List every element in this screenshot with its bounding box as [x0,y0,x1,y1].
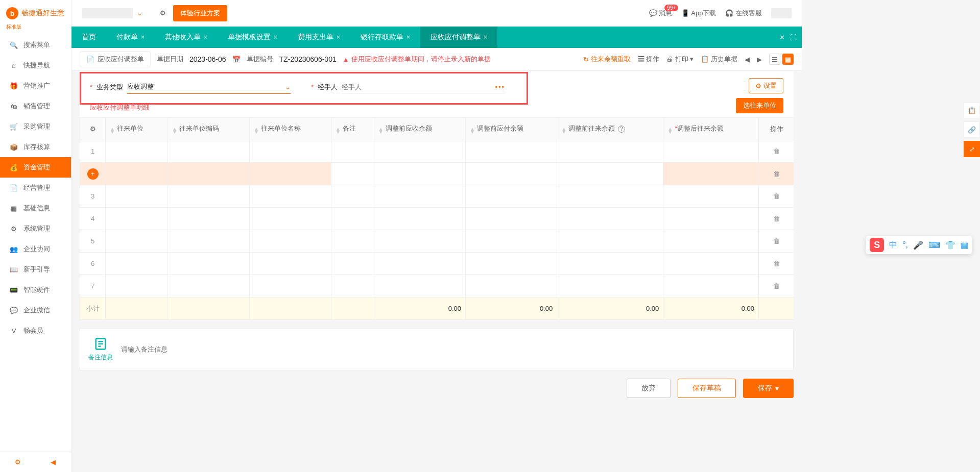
help-icon[interactable]: ? [618,126,625,133]
cell[interactable] [374,253,465,275]
sidebar-item-device[interactable]: 📟智能硬件 [0,280,71,300]
cell[interactable] [465,208,557,230]
table-row[interactable]: +🗑 [80,163,794,185]
cell[interactable] [663,163,759,185]
tab-其他收入单[interactable]: 其他收入单× [155,27,218,48]
cell[interactable] [168,163,249,185]
cell[interactable] [249,208,331,230]
cell[interactable] [663,140,759,163]
cell[interactable] [465,140,557,163]
sidebar-item-bag[interactable]: 🛍销售管理 [0,96,71,116]
add-row-button[interactable]: + [87,168,99,180]
cell[interactable] [168,275,249,297]
settings-button[interactable]: ⚙ 设置 [749,78,783,93]
cell[interactable] [557,230,663,253]
ime-toolbar[interactable]: S 中 °, 🎤 ⌨ 👕 ▦ [866,236,972,254]
tab-费用支出单[interactable]: 费用支出单× [288,27,350,48]
tab-close-icon[interactable]: × [484,34,487,41]
history-link[interactable]: 📋 历史单据 [701,55,737,64]
sidebar-item-money[interactable]: 💰资金管理 [0,157,71,178]
cell[interactable] [465,253,557,275]
cell[interactable] [465,275,557,297]
sidebar-collapse-icon[interactable]: ◀ [36,458,71,466]
discard-button[interactable]: 放弃 [627,379,671,398]
cell[interactable] [106,275,168,297]
cell[interactable] [168,208,249,230]
cell[interactable] [557,185,663,208]
cell[interactable] [106,253,168,275]
cell[interactable] [465,163,557,185]
remarks-input[interactable] [121,345,785,353]
sort-icon[interactable]: ▲▼ [667,128,673,134]
cell[interactable] [557,253,663,275]
cell[interactable] [106,185,168,208]
tab-close-icon[interactable]: × [141,34,145,41]
table-row[interactable]: 5🗑 [80,230,794,253]
delete-row-icon[interactable]: 🗑 [773,237,780,245]
cell[interactable] [663,208,759,230]
delete-row-icon[interactable]: 🗑 [773,192,780,200]
view-list-icon[interactable]: ☰ [769,54,780,65]
sidebar-item-grid[interactable]: ▦基础信息 [0,198,71,218]
cell[interactable] [331,253,374,275]
delete-row-icon[interactable]: 🗑 [773,260,780,267]
ime-punct-icon[interactable]: °, [902,240,908,250]
rail-note-icon[interactable]: 📋 [964,102,980,118]
cell[interactable] [331,208,374,230]
sidebar-item-gift[interactable]: 🎁营销推广 [0,76,71,96]
biz-type-select[interactable]: 应收调整 ⌄ [127,80,291,94]
sidebar-settings-icon[interactable]: ⚙ [0,458,36,466]
sort-icon[interactable]: ▲▼ [172,128,177,134]
cell[interactable] [249,275,331,297]
ime-skin-icon[interactable]: 👕 [945,240,955,250]
cell[interactable] [106,208,168,230]
sidebar-item-search[interactable]: 🔍搜索菜单 [0,35,71,55]
tab-close-icon[interactable]: × [337,34,340,41]
col-header[interactable]: ▲▼调整前应付余额 [465,118,557,140]
cell[interactable] [663,185,759,208]
tab-close-all-icon[interactable]: ✕ [779,34,785,41]
messages-link[interactable]: 💬 消息 99+ [649,9,673,18]
tab-fullscreen-icon[interactable]: ⛶ [790,34,797,41]
tab-付款单[interactable]: 付款单× [106,27,155,48]
cell[interactable] [557,208,663,230]
prev-icon[interactable]: ◀ [745,56,750,63]
col-gear[interactable]: ⚙ [80,118,106,140]
sort-icon[interactable]: ▲▼ [336,128,341,134]
tab-单据模板设置[interactable]: 单据模板设置× [218,27,288,48]
sidebar-item-home[interactable]: ⌂快捷导航 [0,55,71,76]
table-row[interactable]: 7🗑 [80,275,794,297]
doc-type-pill[interactable]: 📄 应收应付调整单 [80,51,151,67]
cell[interactable] [331,275,374,297]
ime-voice-icon[interactable]: 🎤 [913,240,923,250]
date-value[interactable]: 2023-06-06 [189,55,226,63]
cell[interactable] [374,275,465,297]
rail-expand-icon[interactable]: ⤢ [964,141,980,157]
sidebar-item-doc[interactable]: 📄经营管理 [0,178,71,198]
cell[interactable] [374,140,465,163]
delete-row-icon[interactable]: 🗑 [773,170,780,178]
cell[interactable] [106,163,168,185]
top-gear-icon[interactable]: ⚙ [160,9,166,17]
calendar-icon[interactable]: 📅 [232,56,241,63]
rail-link-icon[interactable]: 🔗 [964,121,980,138]
tab-close-icon[interactable]: × [274,34,277,41]
cell[interactable] [168,185,249,208]
table-row[interactable]: 1🗑 [80,140,794,163]
save-draft-button[interactable]: 保存草稿 [678,379,736,398]
tab-首页[interactable]: 首页 [71,27,106,48]
cell[interactable] [663,253,759,275]
sort-icon[interactable]: ▲▼ [470,128,475,134]
col-header[interactable]: ▲▼*调整后往来余额 [663,118,759,140]
ime-keyboard-icon[interactable]: ⌨ [928,240,940,250]
app-download-link[interactable]: 📱 App下载 [681,9,716,18]
ime-toolbox-icon[interactable]: ▦ [961,240,968,250]
cell[interactable] [557,163,663,185]
cell[interactable] [374,163,465,185]
col-header[interactable]: ▲▼调整前应收余额 [374,118,465,140]
col-header[interactable]: ▲▼往来单位名称 [249,118,331,140]
sidebar-item-vip[interactable]: V畅会员 [0,320,71,341]
ops-dropdown[interactable]: ☰ 操作 [638,55,660,64]
cell[interactable] [249,253,331,275]
cell[interactable] [168,140,249,163]
